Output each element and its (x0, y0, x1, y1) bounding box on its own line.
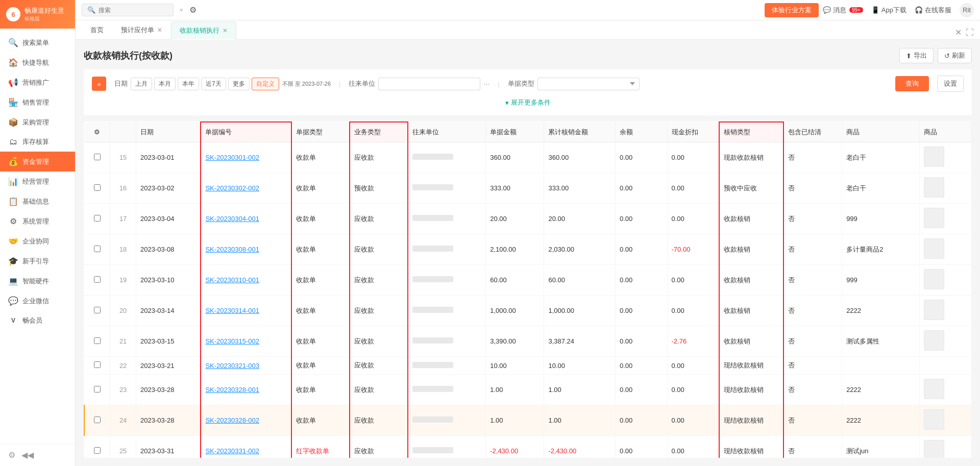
td-voucher-no[interactable]: SK-20230301-002 (201, 142, 291, 173)
sidebar-item-sales[interactable]: 🏪 销售管理 (0, 92, 75, 112)
sidebar-item-quick-nav[interactable]: 🏠 快捷导航 (0, 53, 75, 72)
filter-this-year[interactable]: 本年 (178, 78, 199, 90)
tab-pending-payable[interactable]: 预计应付单 ✕ (112, 21, 171, 39)
td-checkbox[interactable] (84, 296, 110, 326)
th-goods[interactable]: 商品 (842, 122, 920, 142)
filter-this-month[interactable]: 本月 (154, 78, 176, 90)
th-amount[interactable]: 单据金额 (486, 122, 544, 142)
row-checkbox-5[interactable] (94, 307, 101, 313)
online-service-group[interactable]: 🎧 在线客服 (915, 6, 951, 15)
table-row[interactable]: 19 2023-03-10 SK-20230310-001 收款单 应收款 60… (84, 265, 972, 296)
filter-last-7-days[interactable]: 近7天 (201, 78, 226, 90)
sidebar-item-operation[interactable]: 📊 经营管理 (0, 171, 75, 191)
td-voucher-no[interactable]: SK-20230321-003 (201, 357, 291, 375)
sidebar-item-enterprise[interactable]: 🤝 企业协同 (0, 231, 75, 251)
refresh-button[interactable]: ↺ 刷新 (938, 48, 972, 63)
td-checkbox[interactable] (84, 204, 110, 234)
row-checkbox-10[interactable] (94, 447, 101, 454)
row-checkbox-9[interactable] (94, 416, 101, 423)
td-checkbox[interactable] (84, 375, 110, 405)
filter-toggle-btn[interactable]: » (92, 77, 106, 91)
td-voucher-no[interactable]: SK-20230314-001 (201, 296, 291, 326)
th-biz-type[interactable]: 业务类型 (350, 122, 408, 142)
table-row[interactable]: 16 2023-03-02 SK-20230302-002 收款单 预收款 33… (84, 173, 972, 204)
partner-input[interactable] (378, 78, 480, 90)
query-button[interactable]: 查询 (895, 76, 929, 91)
row-checkbox-7[interactable] (94, 361, 101, 368)
row-checkbox-6[interactable] (94, 337, 101, 344)
filter-more-date[interactable]: 更多 (228, 78, 250, 90)
td-checkbox[interactable] (84, 142, 110, 173)
table-row[interactable]: 18 2023-03-08 SK-20230308-001 收款单 应收款 2,… (84, 234, 972, 265)
table-row[interactable]: 22 2023-03-21 SK-20230321-003 收款单 应收款 10… (84, 357, 972, 375)
tab-receipt-writeoff[interactable]: 收款核销执行 ✕ (171, 21, 236, 40)
th-voucher-type[interactable]: 单据类型 (291, 122, 350, 142)
td-voucher-no[interactable]: SK-20230310-001 (201, 265, 291, 296)
sidebar-item-system[interactable]: ⚙ 系统管理 (0, 211, 75, 231)
sidebar-item-marketing[interactable]: 📢 营销推广 (0, 72, 75, 92)
row-checkbox-8[interactable] (94, 386, 101, 393)
row-checkbox-2[interactable] (94, 215, 101, 222)
solution-button[interactable]: 体验行业方案 (765, 3, 819, 17)
sidebar-settings-icon[interactable]: ⚙ (8, 450, 15, 460)
td-checkbox[interactable] (84, 234, 110, 265)
td-voucher-no[interactable]: SK-20230328-001 (201, 375, 291, 405)
table-row[interactable]: 21 2023-03-15 SK-20230315-002 收款单 应收款 3,… (84, 326, 972, 357)
td-voucher-no[interactable]: SK-20230304-001 (201, 204, 291, 234)
filter-custom-date[interactable]: 自定义 (252, 78, 279, 90)
voucher-type-select[interactable] (537, 78, 640, 90)
th-partner[interactable]: 往来单位 (408, 122, 485, 142)
th-writeoff-amount[interactable]: 累计核销金额 (544, 122, 616, 142)
td-voucher-no[interactable]: SK-20230331-002 (201, 436, 291, 458)
partner-more-icon[interactable]: ··· (483, 80, 489, 88)
table-row[interactable]: 23 2023-03-28 SK-20230328-001 收款单 应收款 1.… (84, 375, 972, 405)
topbar-search-box[interactable]: 🔍 (82, 4, 174, 16)
td-voucher-no[interactable]: SK-20230315-002 (201, 326, 291, 357)
th-writeoff-type[interactable]: 核销类型 (719, 122, 784, 142)
tab-expand-icon[interactable]: ⛶ (966, 28, 974, 37)
th-voucher-no[interactable]: 单据编号 (201, 122, 291, 142)
td-voucher-no[interactable]: SK-20230328-002 (201, 405, 291, 436)
table-row[interactable]: 25 2023-03-31 SK-20230331-002 红字收款单 应收款 … (84, 436, 972, 458)
sidebar-item-guide[interactable]: 🎓 新手引导 (0, 251, 75, 271)
user-info[interactable]: Rit (960, 3, 974, 17)
sidebar-item-capital[interactable]: 💰 资金管理 (0, 152, 75, 171)
sidebar-item-purchase[interactable]: 📦 采购管理 (0, 112, 75, 132)
th-settings[interactable]: ⚙ (84, 122, 110, 142)
tab-close-receipt[interactable]: ✕ (223, 27, 228, 34)
sidebar-item-member[interactable]: V 畅会员 (0, 311, 75, 330)
messages-group[interactable]: 💬 消息 99+ (823, 6, 863, 15)
sidebar-item-basic-info[interactable]: 📋 基础信息 (0, 191, 75, 211)
td-voucher-no[interactable]: SK-20230302-002 (201, 173, 291, 204)
table-row[interactable]: 24 2023-03-28 SK-20230328-002 收款单 应收款 1.… (84, 405, 972, 436)
sidebar-item-wechat[interactable]: 💬 企业微信 (0, 291, 75, 311)
filter-expand-btn[interactable]: ▾ 展开更多条件 (92, 96, 964, 109)
th-cash-discount[interactable]: 现金折扣 (667, 122, 719, 142)
search-input[interactable] (99, 7, 150, 14)
sidebar-item-search[interactable]: 🔍 搜索菜单 (0, 33, 75, 53)
filter-last-month[interactable]: 上月 (131, 78, 152, 90)
td-voucher-no[interactable]: SK-20230308-001 (201, 234, 291, 265)
filter-settings-button[interactable]: 设置 (937, 76, 964, 92)
td-checkbox[interactable] (84, 265, 110, 296)
th-goods2[interactable]: 商品 (920, 122, 972, 142)
sidebar-item-hardware[interactable]: 💻 智能硬件 (0, 271, 75, 291)
topbar-gear-icon[interactable]: ⚙ (189, 5, 197, 15)
row-checkbox-1[interactable] (94, 184, 101, 191)
td-checkbox[interactable] (84, 357, 110, 375)
tab-close-all-icon[interactable]: ✕ (955, 28, 962, 37)
tab-home[interactable]: 首页 (82, 21, 112, 39)
td-checkbox[interactable] (84, 405, 110, 436)
td-checkbox[interactable] (84, 436, 110, 458)
table-row[interactable]: 15 2023-03-01 SK-20230301-002 收款单 应收款 36… (84, 142, 972, 173)
td-checkbox[interactable] (84, 173, 110, 204)
row-checkbox-0[interactable] (94, 154, 101, 160)
th-include-settled[interactable]: 包含已结清 (783, 122, 842, 142)
th-date[interactable]: 日期 (136, 122, 201, 142)
row-checkbox-4[interactable] (94, 276, 101, 283)
td-checkbox[interactable] (84, 326, 110, 357)
sidebar-item-inventory[interactable]: 🗂 库存核算 (0, 132, 75, 152)
tab-close-pending[interactable]: ✕ (157, 27, 162, 34)
table-row[interactable]: 20 2023-03-14 SK-20230314-001 收款单 应收款 1,… (84, 296, 972, 326)
app-download-group[interactable]: 📱 App下载 (871, 6, 906, 15)
